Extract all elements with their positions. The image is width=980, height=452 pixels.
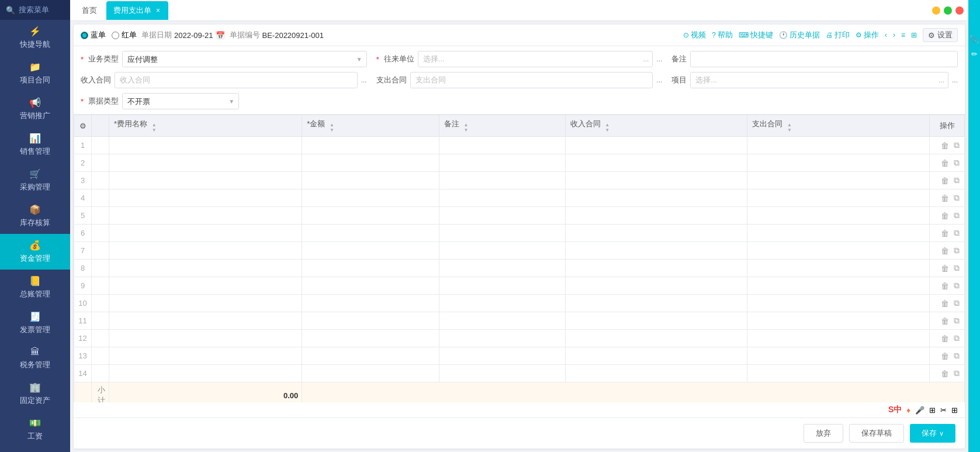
expense-contract-cell[interactable] — [747, 277, 930, 295]
note-cell[interactable] — [439, 225, 565, 242]
amount-cell[interactable] — [302, 225, 439, 242]
expense-contract-cell[interactable] — [747, 189, 930, 207]
note-cell[interactable] — [439, 207, 565, 225]
amount-cell[interactable] — [302, 137, 439, 154]
expense-contract-cell[interactable] — [747, 154, 930, 172]
expense-name-cell[interactable] — [109, 295, 302, 312]
copy-row-button[interactable]: ⧉ — [953, 367, 961, 379]
delete-row-button[interactable]: 🗑 — [940, 192, 950, 204]
income-contract-cell[interactable] — [565, 330, 747, 347]
expense-name-cell[interactable] — [109, 207, 302, 225]
save-draft-button[interactable]: 保存草稿 — [849, 424, 904, 443]
expense-contract-cell[interactable] — [747, 312, 930, 330]
copy-row-button[interactable]: ⧉ — [953, 244, 961, 257]
expense-contract-cell[interactable] — [747, 172, 930, 189]
delete-row-button[interactable]: 🗑 — [940, 263, 950, 274]
note-cell[interactable] — [439, 347, 565, 365]
right-panel-icon-2[interactable]: ✏ — [971, 50, 978, 58]
income-contract-cell[interactable] — [565, 225, 747, 242]
note-cell[interactable] — [439, 172, 565, 189]
note-cell[interactable] — [439, 137, 565, 154]
amount-cell[interactable] — [302, 260, 439, 277]
expense-name-cell[interactable] — [109, 330, 302, 347]
note-cell[interactable] — [439, 295, 565, 312]
note-cell[interactable] — [439, 260, 565, 277]
window-close-button[interactable] — [955, 6, 964, 15]
delete-row-button[interactable]: 🗑 — [940, 368, 950, 379]
copy-row-button[interactable]: ⧉ — [953, 139, 961, 151]
income-contract-cell[interactable] — [565, 172, 747, 189]
delete-row-button[interactable]: 🗑 — [940, 210, 950, 222]
nav-next[interactable]: › — [893, 31, 895, 39]
copy-row-button[interactable]: ⧉ — [953, 192, 961, 204]
copy-row-button[interactable]: ⧉ — [953, 350, 961, 362]
note-cell[interactable] — [439, 242, 565, 260]
note-cell[interactable] — [439, 330, 565, 347]
operation-link[interactable]: ⚙ 操作 — [856, 30, 879, 40]
amount-cell[interactable] — [302, 242, 439, 260]
delete-row-button[interactable]: 🗑 — [940, 227, 950, 239]
project-input[interactable]: 选择... — [690, 72, 948, 88]
note-cell[interactable] — [439, 189, 565, 207]
income-contract-cell[interactable] — [565, 365, 747, 382]
amount-cell[interactable] — [302, 189, 439, 207]
th-amount[interactable]: *金额 ▲▼ — [302, 115, 439, 137]
th-income-contract[interactable]: 收入合同 ▲▼ — [565, 115, 747, 137]
delete-row-button[interactable]: 🗑 — [940, 245, 950, 257]
sidebar-search[interactable]: 🔍 搜索菜单 — [0, 0, 70, 20]
amount-cell[interactable] — [302, 295, 439, 312]
shortcut-link[interactable]: ⌨ 快捷键 — [739, 30, 773, 40]
th-settings[interactable]: ⚙ — [74, 115, 92, 137]
expense-name-cell[interactable] — [109, 189, 302, 207]
copy-row-button[interactable]: ⧉ — [953, 227, 961, 239]
right-panel-icon-1[interactable]: 📎 — [969, 35, 979, 44]
blue-bill-radio[interactable]: 蓝单 — [81, 30, 106, 40]
income-contract-cell[interactable] — [565, 295, 747, 312]
sidebar-item-payroll[interactable]: 💵工资 — [0, 412, 70, 447]
save-button[interactable]: 保存 ∨ — [910, 424, 955, 443]
income-contract-cell[interactable] — [565, 277, 747, 295]
expense-contract-cell[interactable] — [747, 347, 930, 365]
sidebar-item-sales-mgmt[interactable]: 📊销售管理 — [0, 127, 70, 163]
expense-name-cell[interactable] — [109, 312, 302, 330]
expense-contract-cell[interactable] — [747, 260, 930, 277]
expense-name-cell[interactable] — [109, 154, 302, 172]
copy-row-button[interactable]: ⧉ — [953, 280, 961, 292]
sidebar-item-fixed-assets[interactable]: 🏢固定资产 — [0, 376, 70, 412]
sidebar-item-project-contract[interactable]: 📁项目合同 — [0, 56, 70, 91]
income-contract-sort[interactable]: ▲▼ — [605, 123, 610, 133]
view-list[interactable]: ≡ — [901, 31, 905, 39]
print-link[interactable]: 🖨 打印 — [826, 30, 850, 40]
video-link[interactable]: ⊙ 视频 — [683, 30, 706, 40]
expense-contract-sort[interactable]: ▲▼ — [787, 123, 792, 133]
expense-contract-cell[interactable] — [747, 330, 930, 347]
calendar-icon[interactable]: 📅 — [216, 31, 225, 40]
sidebar-item-capital-mgmt[interactable]: 💰资金管理 — [0, 234, 70, 270]
income-contract-input[interactable]: 收入合同 — [115, 72, 358, 88]
expense-contract-cell[interactable] — [747, 242, 930, 260]
income-contract-cell[interactable] — [565, 154, 747, 172]
amount-cell[interactable] — [302, 172, 439, 189]
expense-name-cell[interactable] — [109, 260, 302, 277]
expense-name-cell[interactable] — [109, 242, 302, 260]
expense-name-cell[interactable] — [109, 365, 302, 382]
note-input[interactable] — [690, 51, 958, 67]
income-contract-cell[interactable] — [565, 137, 747, 154]
delete-row-button[interactable]: 🗑 — [940, 350, 950, 362]
delete-row-button[interactable]: 🗑 — [940, 140, 950, 151]
copy-row-button[interactable]: ⧉ — [953, 157, 961, 169]
expense-name-sort[interactable]: ▲▼ — [152, 123, 157, 133]
delete-row-button[interactable]: 🗑 — [940, 280, 950, 292]
tab-close-button[interactable]: × — [155, 6, 161, 15]
sidebar-item-invoice-mgmt[interactable]: 🧾发票管理 — [0, 305, 70, 341]
tab-expense[interactable]: 费用支出单 × — [106, 1, 168, 20]
sidebar-item-tax-mgmt[interactable]: 🏛税务管理 — [0, 341, 70, 376]
income-contract-cell[interactable] — [565, 189, 747, 207]
delete-row-button[interactable]: 🗑 — [940, 333, 950, 344]
counterpart-input[interactable]: 选择... — [418, 51, 653, 67]
business-type-select[interactable]: 应付调整 — [122, 51, 367, 67]
sidebar-item-inventory[interactable]: 📦库存核算 — [0, 198, 70, 234]
amount-sort[interactable]: ▲▼ — [330, 123, 334, 133]
tab-home[interactable]: 首页 — [75, 1, 104, 20]
discard-button[interactable]: 放弃 — [804, 424, 843, 443]
